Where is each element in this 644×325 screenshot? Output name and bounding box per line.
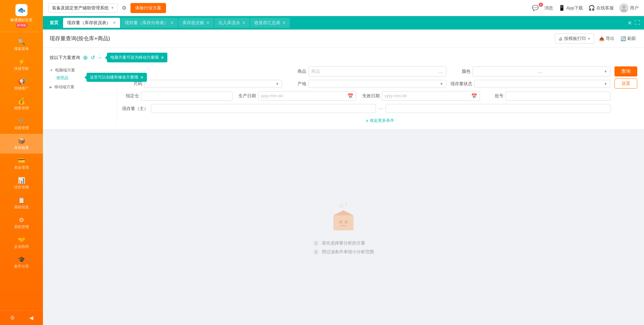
user-item[interactable]: 用户 <box>619 3 639 13</box>
sidebar-item-purchase[interactable]: 🛒 采购管理 <box>0 114 43 134</box>
sidebar-item-finance[interactable]: 💳 资金管理 <box>0 154 43 173</box>
finance-icon: 💳 <box>18 157 25 164</box>
support-item[interactable]: 🎧 在线客服 <box>588 5 614 11</box>
color-dots-icon[interactable]: … <box>537 68 542 74</box>
trial-button[interactable]: 体验行业方案 <box>130 3 166 13</box>
operations-icon: 📊 <box>18 177 25 184</box>
scheme-edit-tooltip: 这里可以创建和修改方案哦 ✕ <box>87 73 147 82</box>
back-scheme-icon[interactable]: ← <box>98 55 103 61</box>
sidebar-logo: 🐟 畅通通好生意 标准版 <box>0 0 43 32</box>
page-header: 现存量查询(按仓库+商品) 🖨 按模板打印 ▼ 📤 导出 🔄 刷新 <box>43 30 644 48</box>
sidebar-item-sales-label: 销售管理 <box>14 106 29 111</box>
collapse-bar[interactable]: ∧ 收起更多条件 <box>122 115 637 125</box>
status-select-arrow-icon: ▼ <box>604 82 607 86</box>
filter-left-panel: ▼ 电脑端方案 按照品 这里可以创建和修改方案哦 ✕ <box>50 66 117 125</box>
tab-expand-icon[interactable]: ⛶ <box>635 20 640 26</box>
product-select-placeholder: 商品 <box>311 68 320 74</box>
sidebar-item-inventory[interactable]: 📦 库存核算 <box>0 134 43 154</box>
tab-inout-close-icon[interactable]: ✕ <box>242 20 246 25</box>
qty-range-separator: — <box>379 106 383 111</box>
sidebar-item-guide[interactable]: 🎓 新手引导 <box>0 253 43 272</box>
sidebar-item-system[interactable]: ⚙ 系统管理 <box>0 213 43 233</box>
filter-actions-area: 查询 设置 <box>614 66 637 115</box>
sidebar-item-search[interactable]: 🔍 搜索菜单 <box>0 35 43 55</box>
app-download-label: App下载 <box>567 5 583 11</box>
refresh-label: 刷新 <box>627 36 636 42</box>
search-button[interactable]: 查询 <box>614 66 637 76</box>
sidebar-item-marketing[interactable]: 📢 营销推广 <box>0 74 43 94</box>
export-label: 导出 <box>606 36 614 42</box>
sidebar-item-operations-label: 经营管理 <box>14 185 29 190</box>
expire-date-calendar-icon[interactable]: 📅 <box>471 93 477 99</box>
step-2-text: 用过滤条件来缩小分析范围 <box>322 249 374 255</box>
tab-batch[interactable]: 库存批次账 ✕ <box>178 18 214 28</box>
product-dots-icon[interactable]: … <box>438 68 443 74</box>
app-download-icon: 📱 <box>558 5 565 11</box>
collapse-sidebar-icon[interactable]: ◀ <box>29 315 33 321</box>
tab-dispatch-close-icon[interactable]: ✕ <box>282 20 286 25</box>
add-scheme-icon[interactable]: ⊕ <box>83 54 88 61</box>
status-select[interactable]: ▼ <box>474 80 610 88</box>
refresh-scheme-icon[interactable]: ↺ <box>91 54 95 61</box>
tab-dispatch[interactable]: 收发存汇总表 ✕ <box>250 18 290 28</box>
origin-select[interactable]: ▼ <box>308 80 446 88</box>
settings-gear-icon[interactable]: ⚙ <box>122 5 126 11</box>
tab-home[interactable]: 首页 <box>46 18 62 28</box>
export-button[interactable]: 📤 导出 <box>598 34 616 43</box>
main-content: 装备及固定资产辅助管理系统 ▼ ⚙ 体验行业方案 💬 6 消息 📱 App下载 … <box>43 0 644 325</box>
page-actions: 🖨 按模板打印 ▼ 📤 导出 🔄 刷新 <box>555 34 637 44</box>
empty-step-1: 1 请先选择要分析的方案 <box>313 240 374 246</box>
prod-date-calendar-icon[interactable]: 📅 <box>347 93 353 99</box>
notifications-label: 消息 <box>544 5 553 11</box>
color-select[interactable]: … ▼ <box>473 66 610 76</box>
scheme-item-pc-1[interactable]: 按照品 <box>50 74 68 82</box>
filter-row-2: 尺码 ▼ 产地 ▼ <box>122 80 610 88</box>
page-title: 现存量查询(按仓库+商品) <box>50 35 110 42</box>
product-select[interactable]: 商品 … <box>308 66 446 76</box>
search-menu-icon: 🔍 <box>18 38 25 46</box>
tab-batch-close-icon[interactable]: ✕ <box>206 20 210 25</box>
color-select-arrow-icon: ▼ <box>604 69 607 73</box>
qty-main-to[interactable] <box>386 104 611 113</box>
set-button[interactable]: 设置 <box>614 78 637 89</box>
sidebar-item-quicknav[interactable]: ⚡ 快捷导航 <box>0 55 43 74</box>
filter-by-label: 按以下方案查询 <box>50 55 80 61</box>
prod-date-placeholder: yyyy-mm-dd <box>261 94 283 98</box>
sidebar-item-system-label: 系统管理 <box>14 224 29 229</box>
template-print-button[interactable]: 🖨 按模板打印 ▼ <box>555 34 594 44</box>
avatar <box>619 3 629 13</box>
tab-inventory-dist[interactable]: 现存量（库存分布表） ✕ <box>121 18 178 28</box>
prod-date-input[interactable]: yyyy-mm-dd 📅 <box>258 91 356 101</box>
sidebar-item-operations[interactable]: 📊 经营管理 <box>0 173 43 193</box>
settings-bottom-icon[interactable]: ⚙ <box>10 315 15 321</box>
batch-input[interactable] <box>505 92 610 101</box>
expire-date-input[interactable]: yyyy-mm-dd 📅 <box>382 91 480 101</box>
scheme-group-mobile-header[interactable]: ▶ 移动端方案 <box>50 83 112 91</box>
step-1-text: 请先选择要分析的方案 <box>322 240 365 246</box>
notifications-item[interactable]: 💬 6 消息 <box>532 5 553 11</box>
qty-main-from[interactable] <box>151 104 376 113</box>
user-label: 用户 <box>630 5 639 11</box>
svg-point-1 <box>621 9 627 12</box>
size-select[interactable]: ▼ <box>144 80 282 88</box>
filter-area: 按以下方案查询 ⊕ ↺ ← 电脑方案可设为移动方案哦 ✕ ▼ <box>43 48 644 130</box>
refresh-button[interactable]: 🔄 刷新 <box>619 34 637 43</box>
add-scheme-tooltip-close[interactable]: ✕ <box>161 55 164 60</box>
filter-field-status: 现存量状态 ▼ <box>450 80 610 88</box>
page-content: 现存量查询(按仓库+商品) 🖨 按模板打印 ▼ 📤 导出 🔄 刷新 <box>43 30 644 325</box>
tab-close-all-icon[interactable]: ✕ <box>628 20 632 26</box>
sidebar-item-basic[interactable]: 📋 基础信息 <box>0 193 43 213</box>
warehouse-input[interactable] <box>141 92 232 101</box>
tab-inventory-status[interactable]: 现存量（库存状况表） ✕ <box>63 18 120 28</box>
app-download-item[interactable]: 📱 App下载 <box>558 5 583 11</box>
tab-inout[interactable]: 出入库流水 ✕ <box>214 18 250 28</box>
tab-inventory-dist-close-icon[interactable]: ✕ <box>170 20 174 25</box>
scheme-group-mobile: ▶ 移动端方案 <box>50 83 112 91</box>
filter-right-with-action: 商品 商品 … 颜色 <box>122 66 637 115</box>
system-name-selector[interactable]: 装备及固定资产辅助管理系统 ▼ <box>48 3 118 13</box>
tab-inventory-status-close-icon[interactable]: ✕ <box>113 20 116 25</box>
sidebar-item-enterprise[interactable]: 🤝 企业协同 <box>0 233 43 253</box>
origin-select-arrow-icon: ▼ <box>440 82 443 86</box>
sidebar-item-sales[interactable]: 💰 销售管理 <box>0 94 43 114</box>
scheme-edit-tooltip-close[interactable]: ✕ <box>140 75 144 80</box>
